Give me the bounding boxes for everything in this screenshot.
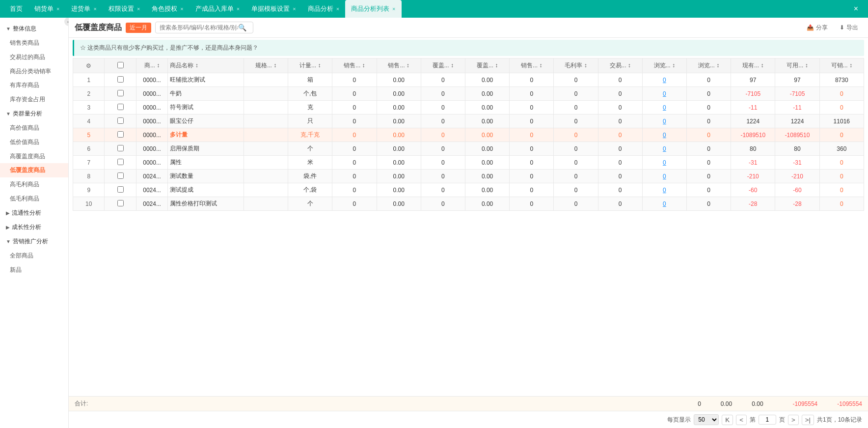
- row-browse1[interactable]: 0: [642, 128, 686, 142]
- select-all-checkbox[interactable]: [117, 62, 124, 68]
- column-stock1[interactable]: 现有... ↕: [731, 58, 775, 73]
- nav-close-all[interactable]: ×: [848, 4, 864, 13]
- page-prev-btn[interactable]: <: [736, 415, 747, 425]
- close-icon[interactable]: ×: [180, 6, 183, 12]
- search-input[interactable]: [160, 24, 238, 31]
- sidebar-section-growth[interactable]: ▶ 成长性分析: [0, 220, 68, 234]
- close-icon[interactable]: ×: [237, 6, 240, 12]
- close-icon[interactable]: ×: [392, 6, 395, 12]
- sidebar-item-high-margin[interactable]: 高毛利商品: [0, 177, 68, 192]
- column-sales2[interactable]: 销售... ↕: [377, 58, 421, 73]
- column-sales3[interactable]: 销售... ↕: [510, 58, 554, 73]
- close-icon[interactable]: ×: [336, 6, 339, 12]
- column-margin[interactable]: 毛利率 ↕: [554, 58, 598, 73]
- row-checkbox[interactable]: [117, 186, 124, 193]
- row-browse1[interactable]: 0: [642, 73, 686, 87]
- row-checkbox[interactable]: [117, 172, 124, 179]
- sidebar-section-cluster[interactable]: ▼ 类群量分析: [0, 107, 68, 121]
- nav-product-warehouse[interactable]: 产成品入库单 ×: [190, 0, 245, 18]
- row-browse1[interactable]: 0: [642, 114, 686, 128]
- sidebar-item-all-goods[interactable]: 全部商品: [0, 249, 68, 263]
- row-stock2: 1224: [775, 114, 819, 128]
- column-name[interactable]: 商品名称 ↕: [168, 58, 244, 73]
- column-cov1[interactable]: 覆盖... ↕: [421, 58, 465, 73]
- close-icon[interactable]: ×: [56, 6, 59, 12]
- row-browse1[interactable]: 0: [642, 170, 686, 183]
- nav-permissions[interactable]: 权限设置 ×: [103, 0, 146, 18]
- row-checkbox[interactable]: [117, 76, 124, 83]
- sidebar-item-stock-capital[interactable]: 库存资金占用: [0, 92, 68, 107]
- nav-product-analysis-list[interactable]: 商品分析列表 ×: [345, 0, 401, 18]
- row-sales3: 0: [510, 170, 554, 183]
- search-icon[interactable]: 🔍: [238, 24, 246, 31]
- row-checkbox[interactable]: [117, 200, 124, 206]
- column-stock2[interactable]: 可用... ↕: [775, 58, 819, 73]
- close-icon[interactable]: ×: [293, 6, 296, 12]
- column-spec[interactable]: 规格... ↕: [244, 58, 288, 73]
- sidebar-item-traded-goods[interactable]: 交易过的商品: [0, 50, 68, 64]
- row-sales2: 0.00: [377, 87, 421, 101]
- row-checkbox[interactable]: [117, 90, 124, 96]
- column-code[interactable]: 商... ↕: [136, 58, 167, 73]
- close-icon[interactable]: ×: [137, 6, 140, 12]
- nav-template-settings[interactable]: 单据模板设置 ×: [245, 0, 301, 18]
- column-browse1[interactable]: 浏览... ↕: [642, 58, 686, 73]
- row-browse1[interactable]: 0: [642, 156, 686, 170]
- column-settings[interactable]: ⚙: [73, 58, 105, 73]
- nav-roles[interactable]: 角色授权 ×: [146, 0, 189, 18]
- sidebar-item-high-coverage[interactable]: 高覆盖度商品: [0, 149, 68, 164]
- row-margin: 0: [554, 128, 598, 142]
- row-stock3: 0: [819, 101, 864, 114]
- sidebar-item-low-margin[interactable]: 低毛利商品: [0, 192, 68, 206]
- column-stock3[interactable]: 可销... ↕: [819, 58, 864, 73]
- sidebar-item-category-rate[interactable]: 商品分类动销率: [0, 64, 68, 79]
- row-checkbox[interactable]: [117, 159, 124, 165]
- nav-purchase-order[interactable]: 进货单 ×: [65, 0, 102, 18]
- row-stock2: -7105: [775, 87, 819, 101]
- sidebar-item-low-value[interactable]: 低价值商品: [0, 135, 68, 149]
- period-button[interactable]: 近一月: [126, 23, 151, 33]
- column-cov2[interactable]: 覆盖... ↕: [465, 58, 509, 73]
- row-cov1: 0: [421, 183, 465, 197]
- nav-product-analysis[interactable]: 商品分析 ×: [302, 0, 345, 18]
- row-stock1: 1224: [731, 114, 775, 128]
- nav-home[interactable]: 首页: [4, 0, 28, 18]
- nav-sales-order[interactable]: 销货单 ×: [28, 0, 65, 18]
- page-first-btn[interactable]: K: [722, 415, 733, 425]
- row-browse1[interactable]: 0: [642, 101, 686, 114]
- close-icon[interactable]: ×: [93, 6, 96, 12]
- row-browse1[interactable]: 0: [642, 87, 686, 101]
- row-sales1: 0: [332, 101, 377, 114]
- sidebar-item-high-value[interactable]: 高价值商品: [0, 121, 68, 135]
- row-checkbox[interactable]: [117, 104, 124, 110]
- row-sales2: 0.00: [377, 128, 421, 142]
- row-checkbox[interactable]: [117, 145, 124, 151]
- sidebar-section-liquidity[interactable]: ▶ 流通性分析: [0, 206, 68, 220]
- row-checkbox[interactable]: [117, 117, 124, 124]
- page-size-select[interactable]: 50 20 100 200: [694, 414, 719, 425]
- page-last-btn[interactable]: >|: [802, 415, 814, 425]
- column-browse2[interactable]: 浏览... ↕: [686, 58, 731, 73]
- sidebar-item-new-goods[interactable]: 新品: [0, 263, 68, 277]
- row-number: 10: [73, 197, 105, 211]
- row-browse1[interactable]: 0: [642, 197, 686, 211]
- column-trade[interactable]: 交易... ↕: [598, 58, 642, 73]
- row-code: 0000...: [136, 142, 167, 156]
- row-browse1[interactable]: 0: [642, 142, 686, 156]
- sidebar-section-overall[interactable]: ▼ 整体信息: [0, 22, 68, 36]
- row-sales3: 0: [510, 73, 554, 87]
- export-button[interactable]: ⬇ 导出: [836, 22, 862, 33]
- sidebar-section-marketing[interactable]: ▼ 营销推广分析: [0, 234, 68, 249]
- share-button[interactable]: 📤 分享: [803, 22, 832, 33]
- column-unit[interactable]: 计量... ↕: [288, 58, 332, 73]
- page-next-btn[interactable]: >: [788, 415, 799, 425]
- row-checkbox[interactable]: [117, 131, 124, 138]
- row-margin: 0: [554, 170, 598, 183]
- sidebar-item-sales-goods[interactable]: 销售类商品: [0, 36, 68, 50]
- sidebar-item-stocked-goods[interactable]: 有库存商品: [0, 78, 68, 92]
- row-trade: 0: [598, 87, 642, 101]
- sidebar-item-low-coverage[interactable]: 低覆盖度商品: [0, 163, 68, 177]
- column-sales1[interactable]: 销售... ↕: [332, 58, 377, 73]
- page-number-input[interactable]: [759, 415, 776, 425]
- row-browse1[interactable]: 0: [642, 183, 686, 197]
